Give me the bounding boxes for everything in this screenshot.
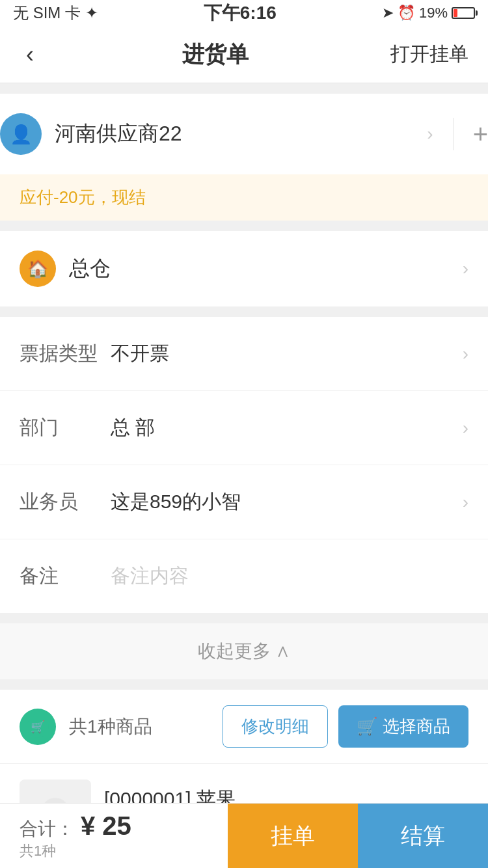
salesperson-chevron-icon: › xyxy=(463,492,468,513)
warehouse-name: 总仓 xyxy=(69,254,111,283)
product-header-left: 🛒 共1种商品 xyxy=(20,709,152,745)
warehouse-chevron-icon: › xyxy=(463,258,468,279)
sim-text: 无 SIM 卡 ✦ xyxy=(13,3,98,23)
location-icon: ➤ xyxy=(382,5,394,21)
alarm-icon: ⏰ xyxy=(398,5,415,21)
warehouse-icon: 🏠 xyxy=(20,251,56,287)
warehouse-row[interactable]: 🏠 总仓 › xyxy=(0,231,488,306)
battery-icon xyxy=(452,7,475,19)
department-label: 部门 xyxy=(20,414,98,441)
status-left: 无 SIM 卡 ✦ xyxy=(13,3,98,23)
department-row[interactable]: 部门 总 部 › xyxy=(0,390,488,465)
bottom-bar: 合计： ¥ 25 共1种 挂单 结算 xyxy=(0,803,488,868)
total-label: 合计： xyxy=(20,817,74,841)
total-row: 合计： ¥ 25 xyxy=(20,811,208,841)
supplier-name: 河南供应商22 xyxy=(55,120,182,148)
status-bar: 无 SIM 卡 ✦ 下午6:16 ➤ ⏰ 19% xyxy=(0,0,488,26)
remark-label: 备注 xyxy=(20,563,98,590)
invoice-chevron-icon: › xyxy=(463,344,468,364)
avatar-icon: 👤 xyxy=(10,124,33,145)
nav-bar: ‹ 进货单 打开挂单 xyxy=(0,26,488,83)
supplier-left: 👤 河南供应商22 xyxy=(0,113,182,155)
department-value: 总 部 xyxy=(98,414,463,441)
open-pending-button[interactable]: 打开挂单 xyxy=(390,41,468,68)
edit-detail-button[interactable]: 修改明细 xyxy=(223,705,328,748)
main-content: 👤 河南供应商22 › + 应付-20元，现结 🏠 总仓 › xyxy=(0,94,488,868)
remark-row[interactable]: 备注 备注内容 xyxy=(0,539,488,613)
add-supplier-button[interactable]: + xyxy=(473,120,488,149)
salesperson-row[interactable]: 业务员 这是859的小智 › xyxy=(0,465,488,539)
total-amount: ¥ 25 xyxy=(81,811,131,841)
supplier-section: 👤 河南供应商22 › + 应付-20元，现结 xyxy=(0,94,488,221)
battery-text: 19% xyxy=(419,5,448,21)
alert-banner: 应付-20元，现结 xyxy=(0,174,488,221)
salesperson-value: 这是859的小智 xyxy=(98,489,463,515)
supplier-row: 👤 河南供应商22 › + xyxy=(0,94,488,174)
invoice-value: 不开票 xyxy=(98,340,463,367)
avatar: 👤 xyxy=(0,113,42,155)
warehouse-section[interactable]: 🏠 总仓 › xyxy=(0,231,488,306)
status-right: ➤ ⏰ 19% xyxy=(382,5,475,21)
supplier-chevron-icon[interactable]: › xyxy=(427,124,433,144)
product-count: 共1种商品 xyxy=(69,714,152,739)
fields-section: 票据类型 不开票 › 部门 总 部 › 业务员 这是859的小智 › 备注 备注… xyxy=(0,317,488,613)
select-product-button[interactable]: 🛒 选择商品 xyxy=(338,705,468,748)
back-button[interactable]: ‹ xyxy=(20,34,40,75)
product-header-right: 修改明细 🛒 选择商品 xyxy=(223,705,468,748)
product-header: 🛒 共1种商品 修改明细 🛒 选择商品 xyxy=(0,690,488,763)
invoice-label: 票据类型 xyxy=(20,340,98,367)
remark-input[interactable]: 备注内容 xyxy=(98,563,468,590)
salesperson-label: 业务员 xyxy=(20,489,98,515)
status-time: 下午6:16 xyxy=(204,1,277,25)
department-chevron-icon: › xyxy=(463,418,468,439)
product-cart-icon: 🛒 xyxy=(20,709,56,745)
supplier-right: › + xyxy=(427,118,488,150)
collapse-button[interactable]: 收起更多 ∧ xyxy=(0,623,488,679)
page-title: 进货单 xyxy=(182,40,249,70)
divider xyxy=(453,118,454,150)
checkout-button[interactable]: 结算 xyxy=(358,804,488,868)
pending-button[interactable]: 挂单 xyxy=(228,804,358,868)
cart-icon: 🛒 xyxy=(357,716,377,737)
warehouse-left: 🏠 总仓 xyxy=(20,251,111,287)
home-icon: 🏠 xyxy=(27,259,48,279)
svg-text:🛒: 🛒 xyxy=(31,720,46,734)
bottom-total: 合计： ¥ 25 共1种 xyxy=(0,804,228,868)
invoice-row[interactable]: 票据类型 不开票 › xyxy=(0,317,488,390)
total-sub: 共1种 xyxy=(20,841,208,861)
